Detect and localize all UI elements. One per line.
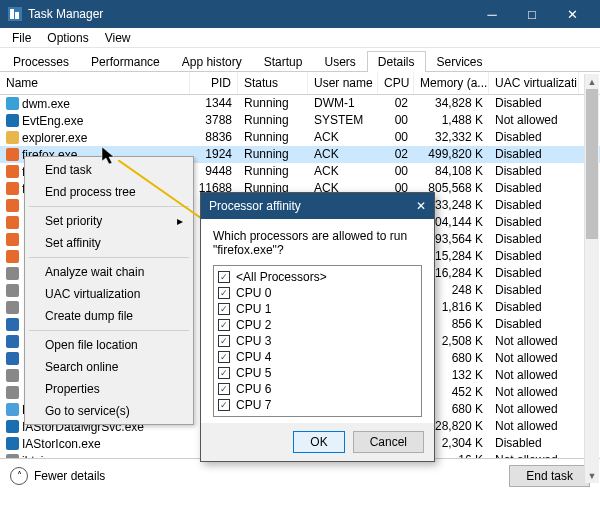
menubar: File Options View (0, 28, 600, 48)
app-icon (8, 7, 22, 21)
tab-details[interactable]: Details (367, 51, 426, 72)
ctx-search-online[interactable]: Search online (27, 356, 191, 378)
col-user[interactable]: User name (308, 72, 378, 94)
cell-memory: 1,488 K (414, 112, 489, 129)
cell-memory: 499,820 K (414, 146, 489, 163)
process-icon (6, 301, 19, 314)
scroll-up-icon[interactable]: ▲ (585, 74, 599, 89)
maximize-button[interactable]: □ (512, 0, 552, 28)
ctx-create-dump-file[interactable]: Create dump file (27, 305, 191, 327)
process-icon (6, 216, 19, 229)
tab-users[interactable]: Users (313, 51, 366, 72)
checkbox-cpu-5[interactable]: ✓CPU 5 (218, 365, 417, 381)
table-row[interactable]: EvtEng.exe3788RunningSYSTEM001,488 KNot … (0, 112, 600, 129)
ctx-end-process-tree[interactable]: End process tree (27, 181, 191, 203)
process-name: IAStorIcon.exe (22, 437, 101, 451)
process-icon (6, 182, 19, 195)
menu-file[interactable]: File (6, 30, 37, 46)
cell-cpu: 00 (378, 163, 414, 180)
cell-pid: 3788 (190, 112, 238, 129)
checkbox-cpu-0[interactable]: ✓CPU 0 (218, 285, 417, 301)
process-icon (6, 199, 19, 212)
scrollbar-thumb[interactable] (586, 89, 598, 239)
checkbox-all-processors[interactable]: ✓<All Processors> (218, 269, 417, 285)
fewer-details-toggle[interactable]: ˄ Fewer details (10, 467, 105, 485)
column-headers: Name PID Status User name CPU Memory (a.… (0, 72, 600, 95)
cell-user: DWM-1 (308, 95, 378, 112)
cell-cpu: 00 (378, 129, 414, 146)
window-title: Task Manager (28, 7, 472, 21)
col-pid[interactable]: PID (190, 72, 238, 94)
dialog-close-button[interactable]: ✕ (416, 199, 426, 213)
ok-button[interactable]: OK (293, 431, 344, 453)
col-status[interactable]: Status (238, 72, 308, 94)
process-icon (6, 114, 19, 127)
col-memory[interactable]: Memory (a... (414, 72, 489, 94)
cell-uac: Disabled (489, 95, 579, 112)
checkbox-icon: ✓ (218, 319, 230, 331)
dialog-titlebar: Processor affinity ✕ (201, 193, 434, 219)
ctx-properties[interactable]: Properties (27, 378, 191, 400)
cancel-button[interactable]: Cancel (353, 431, 424, 453)
submenu-arrow-icon: ▸ (177, 214, 183, 228)
process-icon (6, 233, 19, 246)
cell-status: Running (238, 112, 308, 129)
ctx-end-task[interactable]: End task (27, 159, 191, 181)
checkbox-cpu-6[interactable]: ✓CPU 6 (218, 381, 417, 397)
window-titlebar: Task Manager ─ □ ✕ (0, 0, 600, 28)
table-row[interactable]: dwm.exe1344RunningDWM-10234,828 KDisable… (0, 95, 600, 112)
tab-services[interactable]: Services (426, 51, 494, 72)
cell-uac: Disabled (489, 180, 579, 197)
ctx-set-priority[interactable]: Set priority▸ (27, 210, 191, 232)
tab-startup[interactable]: Startup (253, 51, 314, 72)
tab-processes[interactable]: Processes (2, 51, 80, 72)
cell-user: SYSTEM (308, 112, 378, 129)
tab-app-history[interactable]: App history (171, 51, 253, 72)
menu-options[interactable]: Options (41, 30, 94, 46)
minimize-button[interactable]: ─ (472, 0, 512, 28)
close-button[interactable]: ✕ (552, 0, 592, 28)
menu-view[interactable]: View (99, 30, 137, 46)
cell-status: Running (238, 163, 308, 180)
cell-uac: Disabled (489, 146, 579, 163)
col-uac[interactable]: UAC virtualizati... (489, 72, 579, 94)
dialog-title: Processor affinity (209, 199, 416, 213)
checkbox-cpu-1[interactable]: ✓CPU 1 (218, 301, 417, 317)
process-icon (6, 97, 19, 110)
process-icon (6, 352, 19, 365)
svg-rect-2 (15, 12, 19, 19)
end-task-button[interactable]: End task (509, 465, 590, 487)
cell-cpu: 02 (378, 95, 414, 112)
cell-uac: Disabled (489, 316, 579, 333)
scroll-down-icon[interactable]: ▼ (585, 468, 599, 483)
checkbox-cpu-2[interactable]: ✓CPU 2 (218, 317, 417, 333)
process-icon (6, 131, 19, 144)
cell-pid: 8836 (190, 129, 238, 146)
col-cpu[interactable]: CPU (378, 72, 414, 94)
cell-uac: Disabled (489, 231, 579, 248)
tab-strip: Processes Performance App history Startu… (0, 48, 600, 72)
checkbox-icon: ✓ (218, 335, 230, 347)
table-row[interactable]: explorer.exe8836RunningACK0032,332 KDisa… (0, 129, 600, 146)
ctx-set-affinity[interactable]: Set affinity (27, 232, 191, 254)
cell-uac: Disabled (489, 299, 579, 316)
processor-affinity-dialog: Processor affinity ✕ Which processors ar… (200, 192, 435, 462)
checkbox-cpu-3[interactable]: ✓CPU 3 (218, 333, 417, 349)
ctx-go-to-services[interactable]: Go to service(s) (27, 400, 191, 422)
ctx-open-file-location[interactable]: Open file location (27, 334, 191, 356)
vertical-scrollbar[interactable]: ▲ ▼ (584, 74, 599, 483)
cell-uac: Not allowed (489, 112, 579, 129)
tab-performance[interactable]: Performance (80, 51, 171, 72)
ctx-uac-virtualization[interactable]: UAC virtualization (27, 283, 191, 305)
process-icon (6, 250, 19, 263)
cell-status: Running (238, 129, 308, 146)
cpu-checkbox-list: ✓<All Processors> ✓CPU 0✓CPU 1✓CPU 2✓CPU… (213, 265, 422, 417)
col-name[interactable]: Name (0, 72, 190, 94)
cell-memory: 32,332 K (414, 129, 489, 146)
cell-uac: Disabled (489, 435, 579, 452)
cell-uac: Disabled (489, 248, 579, 265)
checkbox-cpu-4[interactable]: ✓CPU 4 (218, 349, 417, 365)
ctx-analyze-wait-chain[interactable]: Analyze wait chain (27, 261, 191, 283)
checkbox-cpu-7[interactable]: ✓CPU 7 (218, 397, 417, 413)
status-bar: ˄ Fewer details End task (0, 458, 600, 492)
